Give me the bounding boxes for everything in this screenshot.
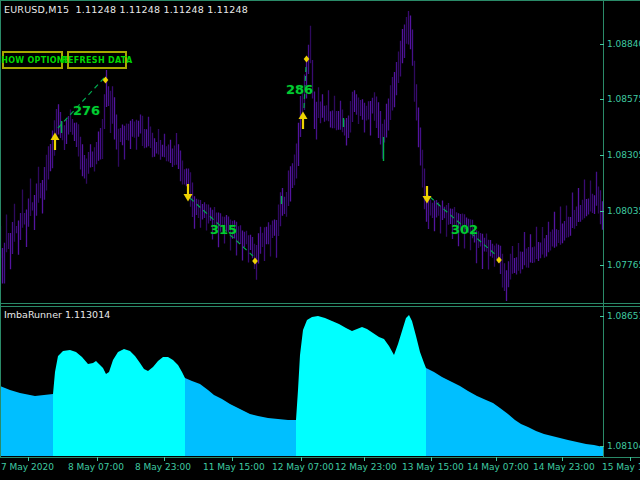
time-axis-label: 11 May 15:00 [203,462,265,472]
time-axis-label: 14 May 23:00 [533,462,595,472]
mt4-chart-window: EURUSD,M15 1.11248 1.11248 1.11248 1.112… [0,0,640,480]
time-axis-label: 15 May 15:00 [602,462,640,472]
symbol-ohlc-title: EURUSD,M15 1.11248 1.11248 1.11248 1.112… [4,4,248,15]
price-axis-label: 1.08305 [607,150,640,160]
indicator-axis-label: 1.086515 [607,311,640,321]
indicator-axis-label: 1.081044 [607,441,640,451]
refresh-data-button[interactable]: REFRESH DATA [67,51,127,69]
time-axis-label: 12 May 07:00 [272,462,334,472]
signal-distance-label: 302 [451,222,478,237]
chart-canvas[interactable] [0,0,640,480]
time-axis-label: 8 May 23:00 [135,462,191,472]
signal-distance-label: 276 [73,103,100,118]
price-axis-label: 1.08035 [607,206,640,216]
indicator-name-label: ImbaRunner 1.113014 [4,309,110,320]
price-axis-label: 1.07765 [607,260,640,270]
time-axis-label: 12 May 23:00 [335,462,397,472]
price-axis-label: 1.08840 [607,39,640,49]
time-axis-label: 13 May 15:00 [402,462,464,472]
show-options-button[interactable]: SHOW OPTIONS [2,51,63,69]
time-axis-label: 7 May 2020 [1,462,54,472]
time-axis-label: 8 May 07:00 [68,462,124,472]
price-axis-label: 1.08575 [607,94,640,104]
signal-distance-label: 286 [286,82,313,97]
signal-distance-label: 315 [210,222,237,237]
time-axis-label: 14 May 07:00 [467,462,529,472]
